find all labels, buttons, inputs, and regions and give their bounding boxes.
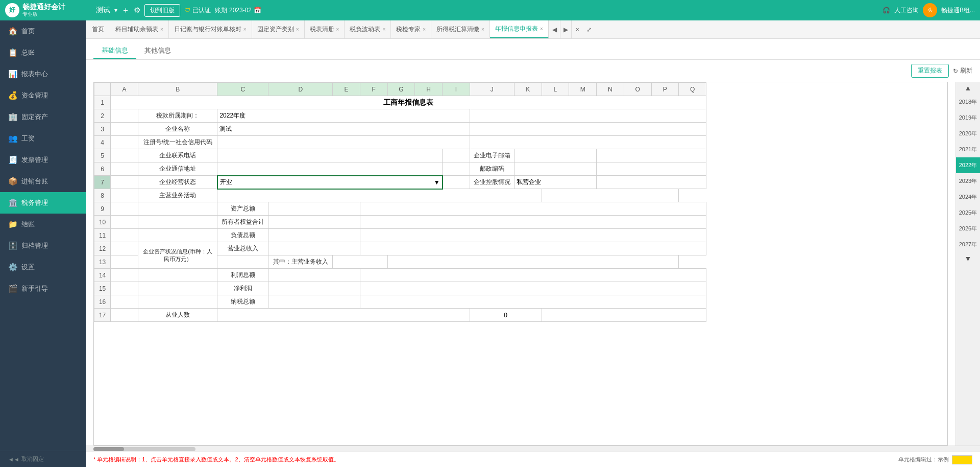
cell-14d[interactable] [268, 269, 360, 282]
tab-close-journal[interactable]: × [243, 27, 247, 32]
year-panel-up[interactable]: ▲ [956, 82, 980, 94]
chevron-down-icon[interactable]: ▾ [114, 7, 117, 14]
cell-6j: 邮政编码 [470, 162, 514, 176]
sidebar-item-inventory[interactable]: 📦 进销台账 [0, 171, 86, 192]
cell-9d[interactable] [268, 202, 360, 216]
tab-home[interactable]: 首页 [86, 20, 110, 38]
tab-close-tax-wave[interactable]: × [382, 27, 385, 32]
cell-5k[interactable] [514, 149, 596, 162]
tab-expand-button[interactable]: ⤢ [583, 20, 595, 38]
tab-prev-button[interactable]: ◀ [549, 20, 560, 38]
cell-3j [470, 123, 706, 136]
cell-8c[interactable] [217, 189, 542, 202]
cell-3c[interactable]: 测试 [217, 123, 470, 136]
h-scrollbar-track[interactable] [93, 447, 195, 451]
sidebar-label-closing: 结账 [21, 220, 35, 229]
table-row: 4 注册号/统一社会信用代码 [94, 136, 706, 149]
dropdown-arrow-icon[interactable]: ▼ [434, 179, 440, 186]
table-row: 15 净利润 [94, 282, 706, 295]
year-2027[interactable]: 2027年 [956, 237, 980, 252]
settings-icon[interactable]: ⚙ [134, 6, 140, 15]
year-2024[interactable]: 2024年 [956, 189, 980, 205]
tab-next-button[interactable]: ▶ [560, 20, 571, 38]
add-tab-icon[interactable]: ＋ [121, 5, 130, 16]
sidebar-collapse-button[interactable]: ◄◄ 取消固定 [0, 451, 86, 467]
refresh-button[interactable]: ↻ 刷新 [953, 64, 972, 78]
tab-income-tax[interactable]: 所得税汇算清缴 × [431, 20, 490, 38]
year-2026[interactable]: 2026年 [956, 221, 980, 237]
cell-10d[interactable] [268, 216, 360, 229]
tab-close-tax-audit[interactable]: × [423, 27, 426, 32]
cell-4c[interactable] [217, 136, 470, 149]
cell-8l [542, 189, 679, 202]
sidebar-item-guide[interactable]: 🎬 新手引导 [0, 278, 86, 299]
tab-fixed-type[interactable]: 固定资产类别 × [252, 20, 305, 38]
sidebar-item-invoice[interactable]: 🧾 发票管理 [0, 149, 86, 171]
sidebar-item-salary[interactable]: 👥 工资 [0, 128, 86, 149]
tab-subject[interactable]: 科目辅助余额表 × [110, 20, 169, 38]
spreadsheet-container[interactable]: A B C D E F G H I J K L M [93, 82, 948, 446]
h-scrollbar-thumb[interactable] [93, 447, 124, 451]
sidebar-item-ledger[interactable]: 📋 总账 [0, 42, 86, 63]
sub-tab-basic[interactable]: 基础信息 [93, 43, 136, 59]
tab-close-annual-report[interactable]: × [540, 26, 543, 32]
col-header-n: N [597, 83, 624, 96]
cell-7c[interactable]: 开业 ▼ [217, 176, 443, 189]
cell-5n [597, 149, 706, 162]
support-label[interactable]: 人工咨询 [894, 6, 919, 15]
sidebar-item-assets[interactable]: 🏢 固定资产 [0, 106, 86, 128]
sidebar-item-reports[interactable]: 📊 报表中心 [0, 63, 86, 85]
pin-icon: ◄◄ [8, 456, 19, 462]
cell-5c[interactable] [217, 149, 443, 162]
calendar-icon[interactable]: 📅 [254, 7, 261, 14]
year-2022[interactable]: 2022年 [956, 157, 980, 173]
cell-6c[interactable] [217, 162, 443, 176]
sub-tab-other[interactable]: 其他信息 [136, 43, 179, 59]
cell-7k[interactable]: 私营企业 [514, 176, 596, 189]
logo-text-block: 畅捷通好会计 专业版 [22, 3, 65, 18]
year-2020[interactable]: 2020年 [956, 126, 980, 142]
year-2021[interactable]: 2021年 [956, 142, 980, 157]
sidebar-item-tax[interactable]: 🏛️ 税务管理 [0, 192, 86, 214]
status-dropdown[interactable]: 开业 ▼ [220, 178, 440, 186]
tab-label-tax-audit: 税检专家 [396, 25, 421, 34]
year-2019[interactable]: 2019年 [956, 110, 980, 126]
tab-close-income-tax[interactable]: × [481, 27, 484, 32]
sidebar-item-archive[interactable]: 🗄️ 归档管理 [0, 235, 86, 256]
switch-version-button[interactable]: 切到旧版 [144, 4, 180, 17]
user-name[interactable]: 畅捷通B组... [941, 6, 975, 15]
period-value: 2023-02 [229, 7, 252, 14]
cell-12d[interactable] [268, 242, 360, 255]
tab-close-fixed-type[interactable]: × [296, 27, 299, 32]
cell-6k[interactable] [514, 162, 596, 176]
sidebar-item-closing[interactable]: 📁 结账 [0, 214, 86, 235]
tab-close-tax-list[interactable]: × [336, 27, 339, 32]
tab-tax-audit[interactable]: 税检专家 × [391, 20, 431, 38]
tab-close-subject[interactable]: × [160, 27, 163, 32]
tab-tax-wave[interactable]: 税负波动表 × [345, 20, 391, 38]
cell-title[interactable]: 工商年报信息表 [111, 96, 706, 109]
table-row: 2 税款所属期间： 2022年度 [94, 109, 706, 123]
closing-icon: 📁 [8, 220, 17, 229]
sidebar-item-settings[interactable]: ⚙️ 设置 [0, 256, 86, 278]
year-2018[interactable]: 2018年 [956, 94, 980, 110]
year-2025[interactable]: 2025年 [956, 205, 980, 221]
cell-17j[interactable]: 0 [470, 309, 542, 322]
tab-tax-list[interactable]: 税表清册 × [305, 20, 345, 38]
sidebar-item-finance[interactable]: 💰 资金管理 [0, 85, 86, 106]
year-panel-down[interactable]: ▼ [956, 252, 980, 265]
cell-2c[interactable]: 2022年度 [217, 109, 470, 123]
tab-annual-report[interactable]: 年报信息申报表 × [490, 20, 549, 38]
col-header-p: P [651, 83, 679, 96]
cell-15d[interactable] [268, 282, 360, 295]
cell-16d[interactable] [268, 295, 360, 309]
tab-journal[interactable]: 日记账与银行对账单核对 × [169, 20, 252, 38]
horizontal-scroll[interactable] [86, 446, 980, 452]
tab-close-all-button[interactable]: × [571, 20, 583, 38]
cell-11a [111, 229, 138, 242]
cell-13f[interactable] [333, 255, 387, 269]
reset-report-button[interactable]: 重置报表 [911, 64, 949, 78]
col-header-l: L [542, 83, 569, 96]
year-2023[interactable]: 2023年 [956, 173, 980, 189]
sidebar-item-home[interactable]: 🏠 首页 [0, 20, 86, 42]
